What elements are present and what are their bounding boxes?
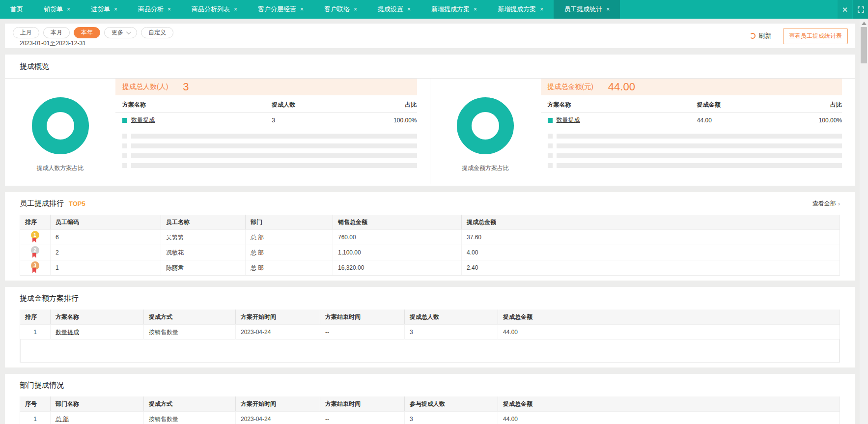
tab-strip: 首页 销货单× 进货单× 商品分析× 商品分析列表× 客户分层经营× 客户联络×… xyxy=(0,0,838,19)
filter-last-month[interactable]: 上月 xyxy=(13,27,39,38)
amount-chart-area: 提成金额方案占比 xyxy=(430,79,541,184)
filter-custom[interactable]: 自定义 xyxy=(141,27,173,38)
employee-name: 陈丽君 xyxy=(161,260,246,275)
tab-new-commission-plan-2[interactable]: 新增提成方案× xyxy=(487,0,554,19)
total-commission: 4.00 xyxy=(462,245,840,260)
plan-breakdown-table: 方案名称 提成人数 占比 数量提成 3 100.00% xyxy=(115,97,417,168)
pill-label: 自定义 xyxy=(148,28,166,37)
stat-band: 提成总人数(人) 3 xyxy=(115,79,417,95)
col-start-date: 方案开始时间 xyxy=(236,396,320,411)
section-title: 提成金额方案排行 xyxy=(20,294,79,303)
employee-ranking-section: 员工提成排行 TOP5 查看全部 › 排序 员工编码 员工名称 部门 销售总金额… xyxy=(5,192,855,281)
table-row: 3 1 陈丽君 总 部 16,320.00 2.40 xyxy=(20,260,840,275)
view-all-link[interactable]: 查看全部 › xyxy=(812,199,840,208)
tab-new-commission-plan-1[interactable]: 新增提成方案× xyxy=(421,0,487,19)
fullscreen-icon xyxy=(858,6,864,13)
col-total-commission: 提成总金额 xyxy=(462,215,840,229)
department: 总 部 xyxy=(246,230,333,245)
plan-link[interactable]: 数量提成 xyxy=(56,328,79,337)
col-method: 提成方式 xyxy=(144,310,236,324)
tab-close-icon[interactable]: × xyxy=(168,6,171,13)
filter-toolbar: 上月 本月 本年 更多 自定义 2023-01-01至2023-12-31 刷新… xyxy=(5,24,855,48)
stat-label: 提成总金额(元) xyxy=(548,83,593,91)
tab-home[interactable]: 首页 xyxy=(0,0,33,19)
refresh-label: 刷新 xyxy=(758,31,771,40)
end-date: -- xyxy=(320,412,405,424)
filter-more[interactable]: 更多 xyxy=(104,27,137,38)
headcount-panel: 提成人数方案占比 提成总人数(人) 3 方案名称 提成人数 占比 xyxy=(5,79,430,184)
overview-body: 提成人数方案占比 提成总人数(人) 3 方案名称 提成人数 占比 xyxy=(5,79,855,184)
headcount-stats: 提成总人数(人) 3 方案名称 提成人数 占比 数量提成 xyxy=(115,79,430,184)
close-window-button[interactable]: ✕ xyxy=(838,0,852,19)
col-end-date: 方案结束时间 xyxy=(320,310,405,324)
employee-code: 6 xyxy=(51,230,161,245)
tab-close-icon[interactable]: × xyxy=(300,6,304,13)
filter-this-month[interactable]: 本月 xyxy=(43,27,70,38)
total-commission: 2.40 xyxy=(462,260,840,275)
col-percent: 占比 xyxy=(365,101,417,109)
row-value: 3 xyxy=(272,117,365,124)
plan-link[interactable]: 数量提成 xyxy=(131,116,155,124)
col-people-count: 参与提成人数 xyxy=(405,396,498,411)
pill-label: 更多 xyxy=(112,28,123,37)
rank: 1 xyxy=(20,325,51,339)
fullscreen-button[interactable] xyxy=(853,0,868,19)
section-header: 提成金额方案排行 xyxy=(20,294,840,303)
tab-sales-order[interactable]: 销货单× xyxy=(33,0,81,19)
tab-purchase-order[interactable]: 进货单× xyxy=(81,0,128,19)
headcount-chart-area: 提成人数方案占比 xyxy=(5,79,115,184)
scroll-up-arrow-icon[interactable] xyxy=(862,22,867,25)
tab-customer-contact[interactable]: 客户联络× xyxy=(314,0,367,19)
tab-commission-settings[interactable]: 提成设置× xyxy=(367,0,421,19)
gold-medal-icon: 1 xyxy=(31,231,40,244)
tab-close-icon[interactable]: × xyxy=(234,6,237,13)
employee-name: 况敏花 xyxy=(161,245,246,260)
refresh-button[interactable]: 刷新 xyxy=(750,31,771,40)
pill-label: 上月 xyxy=(20,28,32,37)
tab-product-analysis-list[interactable]: 商品分析列表× xyxy=(181,0,248,19)
col-plan-name: 方案名称 xyxy=(51,310,144,324)
commission-method: 按销售数量 xyxy=(144,325,236,339)
table-header: 方案名称 提成金额 占比 xyxy=(541,97,842,113)
chart-caption: 提成金额方案占比 xyxy=(462,164,509,172)
scrollbar-thumb[interactable] xyxy=(861,27,867,63)
tab-close-icon[interactable]: × xyxy=(354,6,357,13)
tab-close-icon[interactable]: × xyxy=(407,6,411,13)
total-sales: 760.00 xyxy=(333,230,462,245)
tab-close-icon[interactable]: × xyxy=(474,6,477,13)
tab-product-analysis[interactable]: 商品分析× xyxy=(128,0,181,19)
row-percent: 100.00% xyxy=(365,117,417,124)
table-row: 2 2 况敏花 总 部 1,100.00 4.00 xyxy=(20,245,840,260)
col-index: 序号 xyxy=(20,396,51,411)
tab-employee-commission-stats[interactable]: 员工提成统计× xyxy=(554,0,620,19)
headcount-donut-chart xyxy=(32,97,89,154)
tab-label: 商品分析 xyxy=(138,5,164,14)
view-commission-report-button[interactable]: 查看员工提成统计表 xyxy=(783,28,848,44)
table-row: 数量提成 3 100.00% xyxy=(115,113,417,128)
tab-close-icon[interactable]: × xyxy=(540,6,543,13)
tab-close-icon[interactable]: × xyxy=(606,6,610,13)
plan-link[interactable]: 数量提成 xyxy=(557,116,580,124)
tab-customer-tiering[interactable]: 客户分层经营× xyxy=(248,0,314,19)
tab-close-icon[interactable]: × xyxy=(114,6,117,13)
index: 1 xyxy=(20,412,51,424)
section-header: 员工提成排行 TOP5 查看全部 › xyxy=(20,199,840,208)
col-end-date: 方案结束时间 xyxy=(320,396,405,411)
table-row: 1 总 部 按销售数量 2023-04-24 -- 3 44.00 xyxy=(20,411,840,424)
table-row: 1 6 吴繁繁 总 部 760.00 37.60 xyxy=(20,229,840,245)
refresh-icon xyxy=(750,33,756,39)
table-header: 方案名称 提成人数 占比 xyxy=(115,97,417,113)
department: 总 部 xyxy=(246,245,333,260)
skeleton-rows xyxy=(115,134,417,168)
silver-medal-icon: 2 xyxy=(31,246,40,259)
close-icon: ✕ xyxy=(842,6,848,13)
vertical-scrollbar xyxy=(860,19,868,424)
col-rank: 排序 xyxy=(20,310,51,324)
filter-this-year[interactable]: 本年 xyxy=(74,27,100,38)
commission-overview-section: 提成概览 提成人数方案占比 提成总人数(人) 3 方案名称 xyxy=(5,55,855,186)
stat-label: 提成总人数(人) xyxy=(122,83,168,91)
tab-close-icon[interactable]: × xyxy=(67,6,70,13)
table-header-row: 排序 方案名称 提成方式 方案开始时间 方案结束时间 提成总人数 提成总金额 xyxy=(20,310,840,324)
employee-ranking-table: 排序 员工编码 员工名称 部门 销售总金额 提成总金额 1 6 吴繁繁 总 部 … xyxy=(20,215,840,276)
department-link[interactable]: 总 部 xyxy=(56,415,69,424)
